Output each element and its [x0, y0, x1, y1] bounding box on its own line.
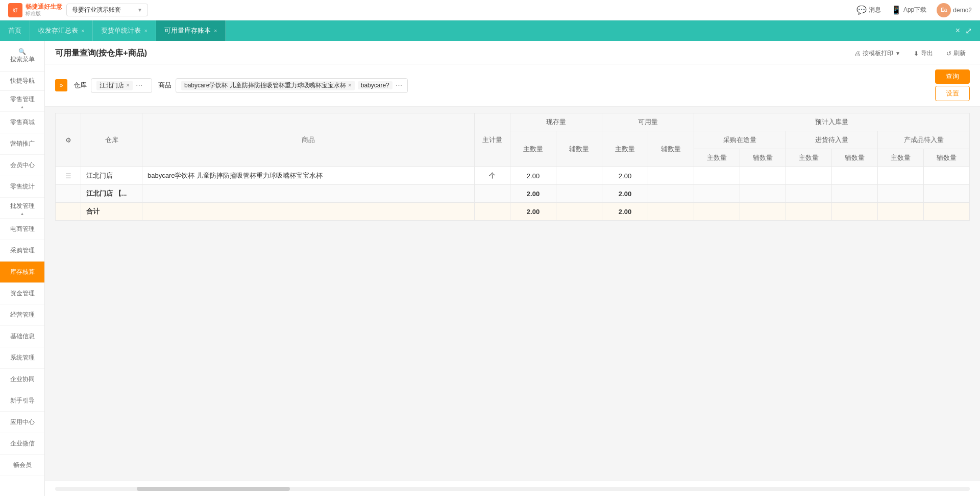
sidebar-item-retail-stats[interactable]: 零售统计: [0, 176, 44, 198]
horizontal-scrollbar-track[interactable]: [55, 487, 970, 491]
tab-order-stats[interactable]: 要货单统计表 ×: [93, 20, 156, 41]
row-2-production-sub: [924, 185, 970, 203]
dropdown-icon: ▼: [137, 7, 142, 13]
row-2-incoming-sub: [832, 185, 878, 203]
sidebar-item-retail-mall[interactable]: 零售商城: [0, 112, 44, 133]
sidebar-item-app-center[interactable]: 应用中心: [0, 412, 44, 433]
horizontal-scrollbar-thumb[interactable]: [137, 487, 290, 491]
th-main-unit: 主计量: [475, 113, 510, 167]
message-action[interactable]: 💬 消息: [856, 5, 881, 15]
industry-selector[interactable]: 母婴行业演示账套 ▼: [66, 4, 148, 16]
retail-mgmt-label: 零售管理: [10, 95, 35, 104]
tab-available-stock[interactable]: 可用量库存账本 ×: [156, 20, 226, 41]
user-avatar: Ea: [937, 3, 951, 17]
product-tag-2: babycare?: [358, 81, 393, 89]
top-header: 好 畅捷通好生意 标准版 母婴行业演示账套 ▼ 💬 消息 📱 App下载 Ea …: [0, 0, 980, 20]
page-title: 可用量查询(按仓库+商品): [55, 48, 147, 59]
sidebar-item-ecommerce[interactable]: 电商管理: [0, 219, 44, 240]
quick-nav-button[interactable]: 快捷导航: [4, 76, 40, 86]
guide-label: 新手引导: [10, 396, 35, 405]
main-layout: 🔍 搜索菜单 快捷导航 零售管理 零售商城 营销推广 会员中心 零售统计 批发管…: [0, 41, 980, 496]
tab-receive-summary[interactable]: 收发存汇总表 ×: [30, 20, 93, 41]
sidebar-item-enterprise-wechat[interactable]: 企业微信: [0, 433, 44, 455]
row-1-unit: 个: [475, 167, 510, 185]
summary-row: 合计 2.00 2.00: [56, 203, 970, 221]
warehouse-more-btn[interactable]: ···: [136, 81, 142, 90]
row-2-purchase-main: [694, 185, 740, 203]
close-all-button[interactable]: ×: [955, 26, 960, 35]
sidebar-item-retail-mgmt[interactable]: 零售管理: [0, 91, 44, 112]
search-icon: 🔍: [18, 48, 26, 55]
sidebar-item-enterprise[interactable]: 企业协同: [0, 369, 44, 390]
row-2-current-sub: [556, 185, 602, 203]
th-incoming: 进货待入量: [786, 131, 878, 149]
search-menu-button[interactable]: 🔍 搜索菜单: [4, 46, 40, 66]
refresh-label: 刷新: [953, 49, 966, 58]
sidebar-item-finance[interactable]: 资金管理: [0, 283, 44, 304]
row-1-product: babycare学饮杯 儿童防摔防撞吸管杯重力球吸嘴杯宝宝水杯: [142, 167, 475, 185]
tab-available-stock-close[interactable]: ×: [214, 28, 217, 34]
tab-receive-summary-label: 收发存汇总表: [38, 26, 78, 35]
th-product: 商品: [142, 113, 475, 167]
th-purchase: 采购在途量: [694, 131, 786, 149]
finance-label: 资金管理: [10, 289, 35, 298]
sidebar-item-basic-info[interactable]: 基础信息: [0, 326, 44, 347]
sidebar-item-purchase[interactable]: 采购管理: [0, 240, 44, 262]
tab-order-stats-close[interactable]: ×: [144, 28, 147, 34]
row-2-unit: [475, 185, 510, 203]
sidebar-item-inventory[interactable]: 库存核算: [0, 262, 44, 283]
nav-tab-actions: × ⤢: [955, 26, 980, 36]
summary-production-sub: [924, 203, 970, 221]
sidebar-item-member[interactable]: 会员中心: [0, 155, 44, 176]
sidebar-item-wholesale-mgmt[interactable]: 批发管理: [0, 198, 44, 219]
sidebar: 🔍 搜索菜单 快捷导航 零售管理 零售商城 营销推广 会员中心 零售统计 批发管…: [0, 41, 45, 496]
summary-label: 合计: [81, 203, 142, 221]
tab-home-label: 首页: [8, 26, 21, 35]
warehouse-filter-value[interactable]: 江北门店 × ···: [91, 78, 152, 93]
product-filter-value[interactable]: babycare学饮杯 儿童防摔防撞吸管杯重力球吸嘴杯宝宝水杯 × babyca…: [176, 78, 408, 93]
product-more-btn[interactable]: ···: [396, 81, 402, 90]
sidebar-item-guide[interactable]: 新手引导: [0, 390, 44, 412]
content-area: 可用量查询(按仓库+商品) 🖨 按模板打印 ▼ ⬇ 导出 ↺ 刷新: [45, 41, 980, 496]
product-tag-1-remove[interactable]: ×: [348, 82, 352, 89]
row-2-current-main: 2.00: [510, 185, 556, 203]
row-2-warehouse: 江北门店 【...: [81, 185, 142, 203]
row-1-current-main: 2.00: [510, 167, 556, 185]
tab-home[interactable]: 首页: [0, 20, 30, 41]
summary-unit: [475, 203, 510, 221]
logo-subtitle: 标准版: [26, 11, 62, 17]
sidebar-item-marketing[interactable]: 营销推广: [0, 133, 44, 155]
settings-icon[interactable]: ⚙: [65, 136, 71, 144]
th-available: 可用量: [602, 113, 694, 131]
tab-receive-summary-close[interactable]: ×: [81, 28, 84, 34]
basic-info-label: 基础信息: [10, 332, 35, 341]
table-row: ☰ 江北门店 babycare学饮杯 儿童防摔防撞吸管杯重力球吸嘴杯宝宝水杯 个…: [56, 167, 970, 185]
user-action[interactable]: Ea demo2: [937, 3, 972, 17]
expand-button[interactable]: ⤢: [965, 26, 972, 36]
print-template-button[interactable]: 🖨 按模板打印 ▼: [850, 47, 904, 60]
warehouse-tag-remove[interactable]: ×: [126, 82, 130, 89]
row-2-settings: [56, 185, 81, 203]
system-label: 系统管理: [10, 353, 35, 362]
sidebar-item-operations[interactable]: 经营管理: [0, 304, 44, 326]
enterprise-wechat-label: 企业微信: [10, 439, 35, 448]
row-2-production-main: [878, 185, 924, 203]
th-production-main: 主数量: [878, 149, 924, 167]
refresh-button[interactable]: ↺ 刷新: [942, 47, 970, 60]
logo-icon: 好: [8, 3, 22, 17]
summary-current-sub: [556, 203, 602, 221]
sidebar-item-system[interactable]: 系统管理: [0, 347, 44, 369]
product-filter-group: 商品 babycare学饮杯 儿童防摔防撞吸管杯重力球吸嘴杯宝宝水杯 × bab…: [158, 78, 408, 93]
th-current-stock: 现存量: [510, 113, 602, 131]
summary-incoming-sub: [832, 203, 878, 221]
sidebar-item-vip-member[interactable]: 畅会员: [0, 455, 44, 476]
summary-product: [142, 203, 475, 221]
filter-expand-button[interactable]: »: [55, 79, 67, 91]
retail-stats-label: 零售统计: [10, 182, 35, 191]
app-download-action[interactable]: 📱 App下载: [891, 5, 926, 15]
th-production: 产成品待入量: [878, 131, 970, 149]
query-button[interactable]: 查询: [935, 69, 970, 84]
setting-button[interactable]: 设置: [935, 86, 970, 101]
th-current-sub: 辅数量: [556, 131, 602, 167]
export-button[interactable]: ⬇ 导出: [910, 47, 937, 60]
